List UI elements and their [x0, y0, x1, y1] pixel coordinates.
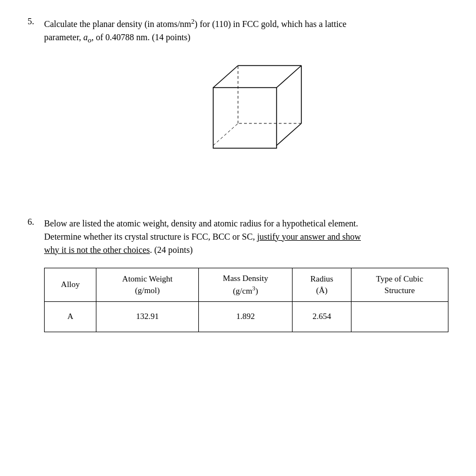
q6-underline1: justify your answer and show [257, 232, 361, 241]
col-header-mass-density: Mass Density(g/cm3) [198, 268, 293, 301]
col-header-radius: Radius(Å) [293, 268, 351, 301]
q5-text-part1: Calculate the planar density (in atoms/n… [44, 19, 347, 29]
question-5-content: Calculate the planar density (in atoms/n… [44, 17, 448, 201]
question-6-text: Below are listed the atomic weight, dens… [44, 217, 448, 257]
cell-radius: 2.654 [293, 301, 351, 332]
col-header-alloy: Alloy [45, 268, 96, 301]
cell-atomic-weight: 132.91 [96, 301, 199, 332]
svg-line-4 [277, 123, 301, 145]
question-5-text: Calculate the planar density (in atoms/n… [44, 17, 448, 46]
svg-line-1 [213, 66, 238, 88]
cell-mass-density: 1.892 [198, 301, 293, 332]
question-5-number: 5. [28, 17, 44, 201]
data-table-container: Alloy Atomic Weight(g/mol) Mass Density(… [44, 268, 448, 332]
cube-svg [191, 57, 312, 178]
question-6: 6. Below are listed the atomic weight, d… [28, 217, 448, 332]
q6-text-line2: Determine whether its crystal structure … [44, 232, 361, 241]
col-header-structure: Type of CubicStructure [351, 268, 448, 301]
question-6-number: 6. [28, 217, 44, 332]
data-table: Alloy Atomic Weight(g/mol) Mass Density(… [44, 268, 448, 332]
cell-alloy: A [45, 301, 96, 332]
q5-text-line2: parameter, ao, of 0.40788 nm. (14 points… [44, 33, 191, 42]
question-5: 5. Calculate the planar density (in atom… [28, 17, 448, 201]
q6-underline2: why it is not the other choices [44, 245, 150, 255]
cell-structure [351, 301, 448, 332]
question-6-content: Below are listed the atomic weight, dens… [44, 217, 448, 332]
cube-diagram [44, 57, 448, 178]
svg-line-2 [277, 66, 301, 88]
q6-text-line1: Below are listed the atomic weight, dens… [44, 219, 358, 228]
table-row: A 132.91 1.892 2.654 [45, 301, 448, 332]
table-header-row: Alloy Atomic Weight(g/mol) Mass Density(… [45, 268, 448, 301]
svg-rect-0 [213, 88, 277, 148]
col-header-atomic-weight: Atomic Weight(g/mol) [96, 268, 199, 301]
q6-text-line3: why it is not the other choices. (24 poi… [44, 245, 193, 255]
svg-line-6 [213, 123, 238, 145]
q5-italic-a: ao [83, 33, 91, 42]
